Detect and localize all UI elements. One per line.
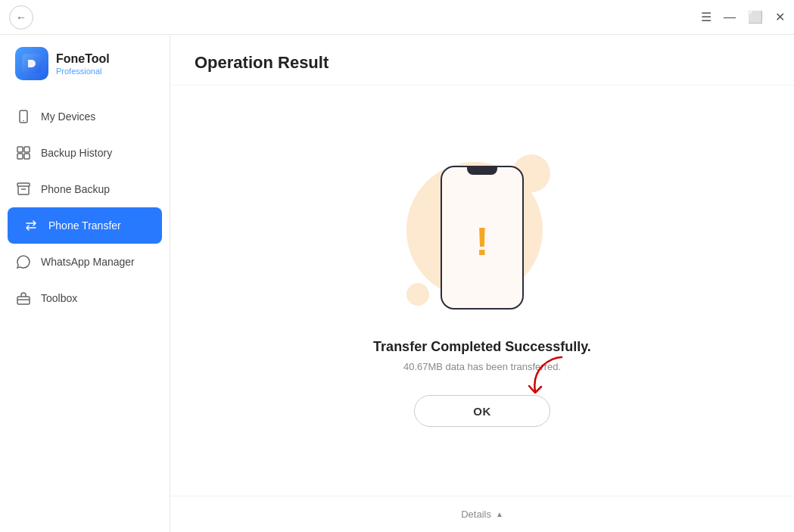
content-area: Operation Result ! Transfer Completed Su…: [170, 35, 794, 532]
result-title: Transfer Completed Successfully.: [373, 339, 591, 355]
sidebar-item-label: My Devices: [41, 110, 95, 123]
title-bar: ← ☰ — ⬜ ✕: [0, 0, 794, 35]
svg-point-2: [23, 120, 24, 122]
minimize-button[interactable]: —: [724, 11, 736, 23]
toolbox-icon: [15, 290, 32, 306]
grid-icon: [15, 145, 32, 161]
back-icon: ←: [16, 11, 26, 23]
sidebar-item-phone-transfer[interactable]: Phone Transfer: [8, 207, 162, 244]
sidebar-item-label: Toolbox: [41, 292, 77, 304]
svg-rect-8: [17, 297, 30, 304]
bg-circle-small-bottom: [406, 283, 429, 306]
transfer-icon: [23, 217, 39, 234]
ok-section: OK: [414, 395, 550, 427]
details-bar[interactable]: Details ▲: [170, 496, 794, 532]
sidebar-item-phone-backup[interactable]: Phone Backup: [0, 171, 170, 207]
menu-button[interactable]: ☰: [701, 11, 711, 23]
app-logo: FoneTool Professional: [0, 47, 170, 98]
phone-icon: [15, 108, 32, 125]
svg-rect-7: [17, 183, 30, 186]
sidebar-item-whatsapp-manager[interactable]: WhatsApp Manager: [0, 244, 170, 280]
app-name: FoneTool: [56, 51, 110, 66]
sidebar-item-toolbox[interactable]: Toolbox: [0, 280, 170, 316]
content-header: Operation Result: [170, 35, 794, 86]
svg-rect-4: [24, 147, 30, 152]
phone-illustration: !: [399, 154, 565, 321]
content-body: ! Transfer Completed Successfully. 40.67…: [170, 86, 794, 496]
details-label: Details: [461, 509, 491, 520]
maximize-button[interactable]: ⬜: [748, 11, 763, 23]
sidebar-item-backup-history[interactable]: Backup History: [0, 135, 170, 171]
main-layout: FoneTool Professional My Devices: [0, 35, 794, 532]
chat-icon: [15, 254, 32, 270]
arrow-decoration: [520, 353, 573, 399]
page-title: Operation Result: [195, 53, 770, 73]
close-button[interactable]: ✕: [775, 11, 785, 23]
phone-frame: !: [441, 166, 524, 310]
app-badge: Professional: [56, 67, 110, 76]
phone-content: !: [475, 175, 488, 308]
sidebar-item-label: Phone Backup: [41, 183, 110, 195]
warning-icon: !: [475, 222, 488, 261]
title-bar-left: ←: [9, 5, 33, 30]
sidebar-item-label: Backup History: [41, 147, 112, 159]
app-name-wrap: FoneTool Professional: [56, 51, 110, 75]
svg-rect-6: [24, 154, 30, 159]
window-controls: ☰ — ⬜ ✕: [701, 11, 785, 23]
sidebar-item-my-devices[interactable]: My Devices: [0, 98, 170, 135]
sidebar-item-label: WhatsApp Manager: [41, 256, 135, 268]
sidebar: FoneTool Professional My Devices: [0, 35, 170, 532]
app-icon: [15, 47, 48, 80]
svg-rect-5: [17, 154, 23, 159]
phone-notch: [467, 167, 497, 175]
ok-button[interactable]: OK: [414, 395, 550, 427]
svg-rect-3: [17, 147, 23, 152]
sidebar-item-label: Phone Transfer: [48, 219, 121, 232]
details-arrow-icon: ▲: [496, 510, 503, 518]
archive-icon: [15, 181, 32, 198]
back-button[interactable]: ←: [9, 5, 33, 30]
